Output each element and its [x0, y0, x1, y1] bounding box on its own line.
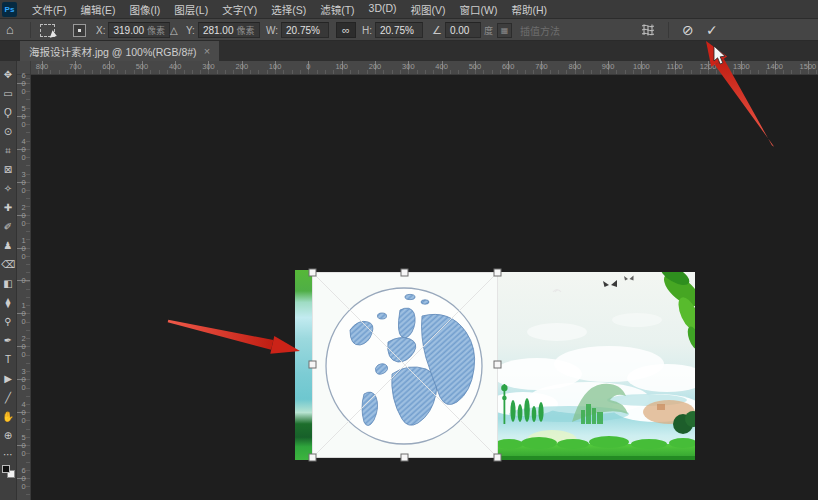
menu-view[interactable]: 视图(V)	[404, 0, 453, 19]
ruler-mark: 100	[19, 301, 28, 325]
menu-file[interactable]: 文件(F)	[25, 0, 73, 19]
ruler-mark: 900	[602, 62, 615, 71]
y-label: Y:	[186, 25, 195, 36]
menu-select[interactable]: 选择(S)	[264, 0, 313, 19]
crop-tool[interactable]: ⌗	[0, 141, 17, 160]
zoom-tool[interactable]: ⊕	[0, 426, 17, 445]
menu-edit[interactable]: 编辑(E)	[73, 0, 122, 19]
hand-tool[interactable]: ✋	[0, 407, 17, 426]
line-tool[interactable]: ╱	[0, 388, 17, 407]
separator	[668, 22, 669, 38]
ruler-mark: 300	[402, 62, 415, 71]
y-unit: 像素	[237, 24, 255, 37]
ruler-mark: 1100	[667, 62, 683, 71]
poster-document[interactable]	[295, 270, 695, 460]
ruler-mark: 200	[369, 62, 382, 71]
globe-layer-image[interactable]	[312, 272, 497, 457]
ruler-mark: 1000	[633, 62, 650, 71]
relative-position-icon[interactable]: △	[170, 25, 178, 36]
ruler-mark: 200	[19, 203, 28, 227]
rotate-angle-icon: ∠	[432, 24, 442, 37]
brush-tool[interactable]: ✐	[0, 217, 17, 236]
path-selection-tool[interactable]: ▶	[0, 369, 17, 388]
canvas-area[interactable]	[31, 75, 818, 500]
tools-panel: ✥▭Ϙ⊙⌗⊠✧✚✐♟⌫◧⧫⚲✒T▶╱✋⊕⋯	[0, 61, 17, 500]
vertical-ruler[interactable]: 6005004003002001000100200300400500600	[17, 75, 31, 500]
eyedropper-tool[interactable]: ✧	[0, 179, 17, 198]
ruler-mark: 0	[19, 276, 28, 284]
commit-transform-icon[interactable]: ✓	[706, 22, 718, 38]
ruler-mark: 600	[102, 62, 115, 71]
tab-close-icon[interactable]: ×	[204, 45, 210, 57]
pen-tool[interactable]: ✒	[0, 331, 17, 350]
link-dimensions-icon[interactable]: ∞	[336, 22, 356, 38]
height-input[interactable]: 20.75%	[375, 22, 423, 38]
x-label: X:	[96, 25, 105, 36]
ruler-mark: 800	[36, 62, 49, 71]
interpolation-icon[interactable]: ▦	[497, 23, 512, 38]
photoshop-window: Ps 文件(F)编辑(E)图像(I)图层(L)文字(Y)选择(S)滤镜(T)3D…	[0, 0, 818, 500]
menu-help[interactable]: 帮助(H)	[505, 0, 555, 19]
x-value: 319.00	[113, 25, 144, 36]
width-label: W:	[266, 25, 278, 36]
ruler-mark: 500	[19, 433, 28, 457]
ruler-mark: 600	[19, 466, 28, 490]
clone-stamp-tool[interactable]: ♟	[0, 236, 17, 255]
document-tab-bar: 海报设计素材.jpg @ 100%(RGB/8#) ×	[0, 41, 818, 61]
reference-point-widget[interactable]	[73, 24, 86, 37]
menu-filter[interactable]: 滤镜(T)	[313, 0, 361, 19]
blur-tool[interactable]: ⧫	[0, 293, 17, 312]
move-tool[interactable]: ✥	[0, 65, 17, 84]
ruler-mark: 300	[202, 62, 215, 71]
frame-tool[interactable]: ⊠	[0, 160, 17, 179]
cancel-transform-icon[interactable]: ⊘	[682, 22, 694, 38]
ruler-mark: 1400	[766, 62, 783, 71]
menu-window[interactable]: 窗口(W)	[453, 0, 505, 19]
ruler-mark: 400	[169, 62, 182, 71]
photoshop-logo-icon: Ps	[2, 2, 17, 17]
menu-type[interactable]: 文字(Y)	[215, 0, 264, 19]
document-tab[interactable]: 海报设计素材.jpg @ 100%(RGB/8#) ×	[20, 41, 219, 61]
ruler-mark: 0	[306, 62, 310, 71]
sketched-globe-graphic	[312, 272, 497, 457]
ruler-mark: 700	[535, 62, 548, 71]
options-bar: ⌂ X: 319.00 像素 △ Y: 281.00 像素 W: 20.75% …	[0, 19, 818, 41]
ruler-mark: 600	[19, 71, 28, 95]
angle-input[interactable]: 0.00	[445, 22, 481, 38]
width-input[interactable]: 20.75%	[281, 22, 329, 38]
ruler-mark: 200	[236, 62, 249, 71]
lasso-tool[interactable]: Ϙ	[0, 103, 17, 122]
marquee-tool[interactable]: ▭	[0, 84, 17, 103]
foreground-color-swatch[interactable]	[2, 465, 10, 473]
x-input[interactable]: 319.00 像素	[108, 22, 170, 38]
spot-healing-tool[interactable]: ✚	[0, 198, 17, 217]
y-input[interactable]: 281.00 像素	[198, 22, 260, 38]
ruler-mark: 1200	[700, 62, 717, 71]
ruler-mark: 400	[19, 137, 28, 161]
transform-tool-icon[interactable]	[40, 24, 55, 37]
warp-mode-icon[interactable]	[640, 22, 656, 38]
horizontal-ruler[interactable]: 8007006005004003002001000100200300400500…	[31, 61, 818, 75]
interpolation-label: 插值方法	[520, 23, 560, 38]
dodge-tool[interactable]: ⚲	[0, 312, 17, 331]
width-value: 20.75%	[286, 25, 320, 36]
home-icon[interactable]: ⌂	[6, 19, 14, 41]
eraser-tool[interactable]: ⌫	[0, 255, 17, 274]
ruler-mark: 300	[19, 367, 28, 391]
gradient-tool[interactable]: ◧	[0, 274, 17, 293]
ruler-mark: 800	[569, 62, 582, 71]
menu-image[interactable]: 图像(I)	[122, 0, 167, 19]
quick-selection-tool[interactable]: ⊙	[0, 122, 17, 141]
ruler-mark: 500	[19, 104, 28, 128]
photoshop-logo-text: Ps	[5, 5, 15, 14]
menu-layer[interactable]: 图层(L)	[167, 0, 215, 19]
color-swatches[interactable]	[2, 465, 15, 478]
type-tool[interactable]: T	[0, 350, 17, 369]
ruler-mark: 700	[69, 62, 82, 71]
angle-value: 0.00	[450, 25, 469, 36]
ruler-mark: 500	[469, 62, 482, 71]
ruler-mark: 500	[136, 62, 149, 71]
menu-3d[interactable]: 3D(D)	[362, 0, 404, 19]
ruler-mark: 600	[502, 62, 515, 71]
toolbar-more[interactable]: ⋯	[0, 445, 17, 464]
